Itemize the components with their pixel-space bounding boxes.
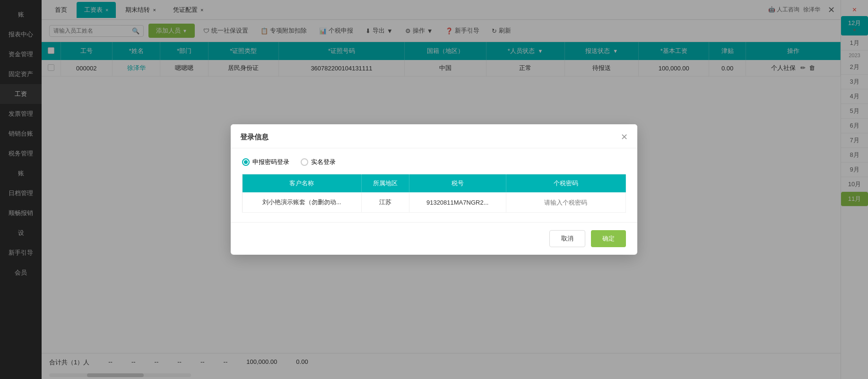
modal-close-button[interactable]: ✕ — [621, 132, 628, 142]
radio-group: 申报密码登录 实名登录 — [242, 158, 626, 166]
password-cell[interactable] — [506, 192, 625, 213]
inner-table-header-row: 客户名称 所属地区 税号 个税密码 — [243, 174, 626, 193]
confirm-button[interactable]: 确定 — [591, 230, 626, 247]
col-region: 所属地区 — [361, 174, 409, 193]
radio-password-circle — [242, 158, 250, 166]
cancel-button[interactable]: 取消 — [549, 230, 585, 247]
modal-footer: 取消 确定 — [231, 222, 637, 255]
radio-option-realname[interactable]: 实名登录 — [301, 158, 336, 166]
radio-option-password[interactable]: 申报密码登录 — [242, 158, 289, 166]
modal-header: 登录信息 ✕ — [231, 124, 637, 148]
modal-overlay: 登录信息 ✕ 申报密码登录 实名登录 客户名称 所属地区 — [0, 0, 868, 379]
col-client-name: 客户名称 — [243, 174, 362, 193]
inner-table-row: 刘小艳演示账套（勿删勿动... 江苏 91320811MA7NGR2... — [243, 192, 626, 213]
col-tax-no: 税号 — [409, 174, 506, 193]
tax-no-cell: 91320811MA7NGR2... — [409, 192, 506, 213]
tax-password-input[interactable] — [512, 199, 620, 206]
radio-password-label: 申报密码登录 — [252, 158, 289, 166]
radio-realname-circle — [301, 158, 308, 166]
modal-title: 登录信息 — [240, 133, 269, 142]
radio-realname-label: 实名登录 — [311, 158, 336, 166]
login-info-table: 客户名称 所属地区 税号 个税密码 刘小艳演示账套（勿删勿动... 江苏 913… — [242, 174, 626, 213]
client-name-cell: 刘小艳演示账套（勿删勿动... — [243, 192, 362, 213]
region-cell: 江苏 — [361, 192, 409, 213]
login-info-modal: 登录信息 ✕ 申报密码登录 实名登录 客户名称 所属地区 — [231, 124, 637, 255]
modal-body: 申报密码登录 实名登录 客户名称 所属地区 税号 个税密码 — [231, 148, 637, 222]
col-tax-password: 个税密码 — [506, 174, 625, 193]
